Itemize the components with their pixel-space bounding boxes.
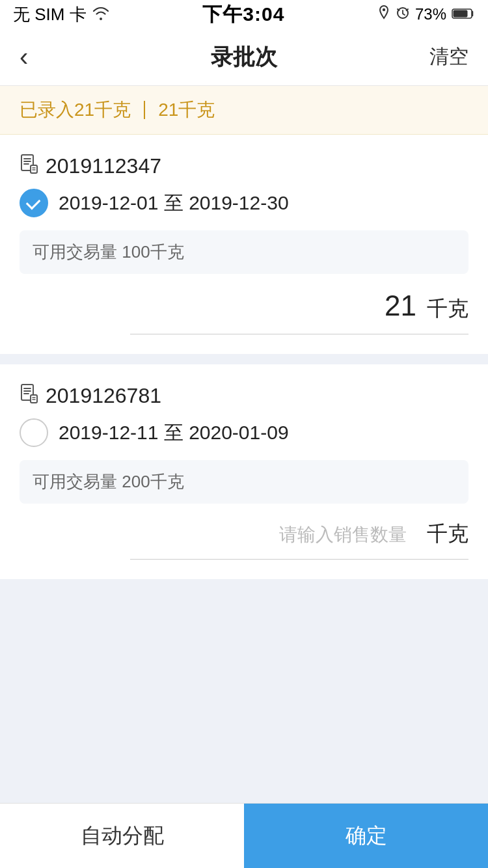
back-button[interactable]: ‹ (20, 42, 59, 72)
carrier-label: 无 SIM 卡 (13, 3, 87, 26)
status-bar: 无 SIM 卡 下午3:04 73% (0, 0, 488, 29)
status-left: 无 SIM 卡 (13, 3, 110, 26)
svg-rect-5 (31, 165, 37, 173)
recorded-label: 已录入21千克 (20, 98, 131, 122)
batch-id-row-2: 2019126781 (20, 384, 468, 408)
svg-point-0 (383, 8, 385, 11)
batch-date-1: 2019-12-01 至 2019-12-30 (59, 190, 289, 217)
summary-divider (144, 101, 145, 119)
doc-icon-2 (20, 384, 39, 408)
auto-distribute-label: 自动分配 (81, 822, 164, 850)
batch-id-2: 2019126781 (46, 384, 161, 408)
auto-distribute-button[interactable]: 自动分配 (0, 804, 244, 868)
doc-icon-1 (20, 154, 39, 178)
bottom-bar: 自动分配 确定 (0, 803, 488, 868)
confirm-button[interactable]: 确定 (244, 804, 488, 868)
battery-icon (452, 5, 475, 23)
page-title: 录批次 (211, 42, 277, 72)
status-time: 下午3:04 (202, 1, 284, 28)
batch-id-1: 2019112347 (46, 154, 161, 178)
radio-2[interactable] (20, 418, 48, 447)
wifi-icon (92, 5, 110, 25)
radio-1[interactable] (20, 189, 48, 217)
location-icon (377, 5, 390, 23)
battery-label: 73% (415, 5, 446, 23)
batch-id-row-1: 2019112347 (20, 154, 468, 178)
page-content: 已录入21千克 21千克 2019112347 (0, 86, 488, 868)
status-right: 73% (377, 5, 475, 23)
input-unit-2: 千克 (427, 520, 468, 549)
avail-box-1: 可用交易量 100千克 (20, 230, 468, 274)
svg-rect-7 (31, 395, 37, 403)
batch-date-row-2[interactable]: 2019-12-11 至 2020-01-09 (20, 418, 468, 447)
quantity-value-1: 21 (385, 290, 416, 322)
quantity-unit-1: 千克 (427, 295, 468, 323)
quantity-row-1: 21 千克 (0, 274, 488, 323)
svg-rect-3 (453, 10, 467, 18)
quantity-input-2[interactable] (20, 519, 416, 547)
batch-card-2: 2019126781 2019-12-11 至 2020-01-09 可用交易量… (0, 364, 488, 579)
avail-box-2: 可用交易量 200千克 (20, 460, 468, 504)
batch-date-row-1[interactable]: 2019-12-01 至 2019-12-30 (20, 189, 468, 217)
summary-banner: 已录入21千克 21千克 (0, 86, 488, 135)
alarm-icon (396, 5, 410, 23)
batch-card-1: 2019112347 2019-12-01 至 2019-12-30 可用交易量… (0, 135, 488, 354)
confirm-label: 确定 (346, 822, 387, 850)
avail-text-2: 可用交易量 200千克 (33, 472, 184, 491)
total-label: 21千克 (158, 98, 215, 122)
avail-text-1: 可用交易量 100千克 (33, 242, 184, 262)
input-row-2[interactable]: 千克 (0, 504, 488, 549)
batch-date-2: 2019-12-11 至 2020-01-09 (59, 420, 289, 446)
clear-button[interactable]: 清空 (429, 44, 468, 70)
section-gap (0, 354, 488, 364)
nav-bar: ‹ 录批次 清空 (0, 29, 488, 86)
